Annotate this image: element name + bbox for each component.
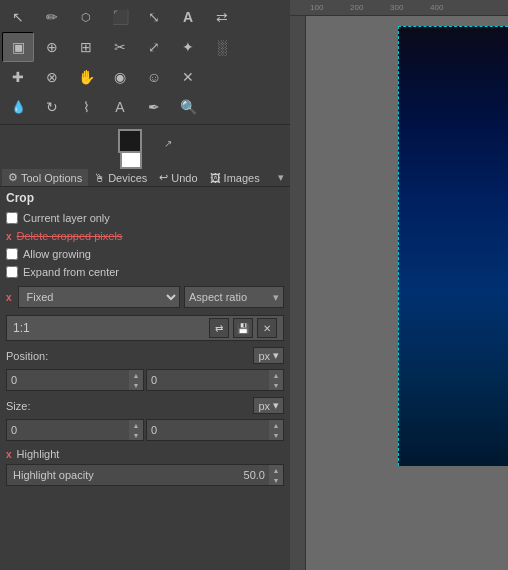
tool-pencil[interactable]: ✏ [36,2,68,32]
section-title: Crop [6,191,284,205]
highlight-opacity-row: Highlight opacity 50.0 ▲ ▼ [6,464,284,486]
position-unit-value: px [258,350,270,362]
tab-images[interactable]: 🖼 Images [204,170,266,186]
ratio-value: 1:1 [13,321,205,335]
highlight-opacity-up[interactable]: ▲ [269,465,283,475]
tool-zoom[interactable]: 🔍 [172,92,204,122]
current-layer-checkbox[interactable] [6,212,18,224]
tool-panel: ↖ ✏ ⬡ ⬛ ⤡ A ⇄ ▣ ⊕ ⊞ ✂ ⤢ ✦ ░ ✚ ⊗ ✋ ◉ ☺ ✕ … [0,0,290,570]
foreground-color-swatch[interactable] [118,129,142,153]
position-x-input[interactable]: ▲ ▼ [6,369,144,391]
tab-tool-options[interactable]: ⚙ Tool Options [2,169,88,186]
position-x-up[interactable]: ▲ [129,370,143,380]
tool-blank2 [240,32,272,62]
position-x-down[interactable]: ▼ [129,380,143,390]
tool-text2[interactable]: A [104,92,136,122]
tool-flip[interactable]: ⇄ [206,2,238,32]
tool-pen[interactable]: ✒ [138,92,170,122]
position-label: Position: [6,350,48,362]
highlight-opacity-label: Highlight opacity [7,469,240,481]
position-y-down[interactable]: ▼ [269,380,283,390]
aspect-ratio-dropdown[interactable]: Aspect ratio ▾ [184,286,284,308]
tool-grid: ↖ ✏ ⬡ ⬛ ⤡ A ⇄ ▣ ⊕ ⊞ ✂ ⤢ ✦ ░ ✚ ⊗ ✋ ◉ ☺ ✕ … [0,0,290,125]
tab-bar: ⚙ Tool Options 🖱 Devices ↩ Undo 🖼 Images… [0,169,290,187]
tool-blank3 [206,62,238,92]
size-x-spinners: ▲ ▼ [129,420,143,440]
tool-clone[interactable]: ⊕ [36,32,68,62]
size-x-up[interactable]: ▲ [129,420,143,430]
delete-cropped-row: x Delete cropped pixels [6,229,284,243]
size-unit-value: px [258,400,270,412]
position-labeled-row: Position: px ▾ [6,347,284,364]
tool-rotate[interactable]: ↻ [36,92,68,122]
highlight-section-row: x Highlight [6,448,284,460]
tool-arrow[interactable]: ↖ [2,2,34,32]
size-x-input[interactable]: ▲ ▼ [6,419,144,441]
ruler-tick-0: 100 [310,3,323,12]
size-y-up[interactable]: ▲ [269,420,283,430]
size-x-down[interactable]: ▼ [129,430,143,440]
tool-transform[interactable]: ⤡ [138,2,170,32]
position-y-spinners: ▲ ▼ [269,370,283,390]
ratio-save-button[interactable]: 💾 [233,318,253,338]
fixed-dropdown[interactable]: Fixed [18,286,180,308]
expand-center-checkbox[interactable] [6,266,18,278]
tool-face[interactable]: ☺ [138,62,170,92]
current-layer-row: Current layer only [6,211,284,225]
size-y-spinners: ▲ ▼ [269,420,283,440]
undo-icon: ↩ [159,171,168,184]
highlight-opacity-spinners: ▲ ▼ [269,465,283,485]
image-area: 100 200 300 400 [290,0,508,570]
tab-devices[interactable]: 🖱 Devices [88,170,153,186]
expand-center-row: Expand from center [6,265,284,279]
ratio-delete-button[interactable]: ✕ [257,318,277,338]
size-y-down[interactable]: ▼ [269,430,283,440]
position-unit-select[interactable]: px ▾ [253,347,284,364]
allow-growing-checkbox[interactable] [6,248,18,260]
allow-growing-label: Allow growing [23,248,91,260]
highlight-opacity-value: 50.0 [240,469,269,481]
tool-paint-drop[interactable]: 💧 [2,92,34,122]
tool-select-region[interactable]: ⬛ [104,2,136,32]
images-icon: 🖼 [210,172,221,184]
current-layer-label: Current layer only [23,212,110,224]
tool-scale[interactable]: ⤢ [138,32,170,62]
tool-text[interactable]: A [172,2,204,32]
canvas-image [398,26,508,466]
position-y-input[interactable]: ▲ ▼ [146,369,284,391]
swap-colors-icon[interactable]: ↗ [164,138,172,149]
tool-clone2[interactable]: ⊗ [36,62,68,92]
tool-paths[interactable]: ✂ [104,32,136,62]
ratio-row: 1:1 ⇄ 💾 ✕ [6,315,284,341]
expand-center-label: Expand from center [23,266,119,278]
position-unit-arrow: ▾ [273,349,279,362]
fixed-row: x Fixed Aspect ratio ▾ [6,286,284,308]
size-labeled-row: Size: px ▾ [6,397,284,414]
tool-gradient[interactable]: ░ [206,32,238,62]
ruler-tick-1: 200 [350,3,363,12]
tool-heal[interactable]: ✚ [2,62,34,92]
position-x-spinners: ▲ ▼ [129,370,143,390]
tool-smudge[interactable]: ✋ [70,62,102,92]
canvas-area[interactable] [306,16,508,570]
tool-blank6 [240,92,272,122]
tool-options-icon: ⚙ [8,171,18,184]
size-unit-select[interactable]: px ▾ [253,397,284,414]
size-y-input[interactable]: ▲ ▼ [146,419,284,441]
tool-measure[interactable]: ✕ [172,62,204,92]
tool-red-eye[interactable]: ◉ [104,62,136,92]
tool-lasso[interactable]: ⬡ [70,2,102,32]
ratio-swap-button[interactable]: ⇄ [209,318,229,338]
tool-eyedropper[interactable]: ✦ [172,32,204,62]
highlight-opacity-down[interactable]: ▼ [269,475,283,485]
tab-undo[interactable]: ↩ Undo [153,169,203,186]
position-y-up[interactable]: ▲ [269,370,283,380]
ruler-left [290,16,306,570]
size-unit-arrow: ▾ [273,399,279,412]
tool-paint-bucket[interactable]: ▣ [2,32,34,62]
tool-checkerboard[interactable]: ⊞ [70,32,102,62]
tab-menu-button[interactable]: ▾ [274,169,288,186]
tool-path2[interactable]: ⌇ [70,92,102,122]
size-inputs: ▲ ▼ ▲ ▼ [6,419,284,441]
position-inputs: ▲ ▼ ▲ ▼ [6,369,284,391]
